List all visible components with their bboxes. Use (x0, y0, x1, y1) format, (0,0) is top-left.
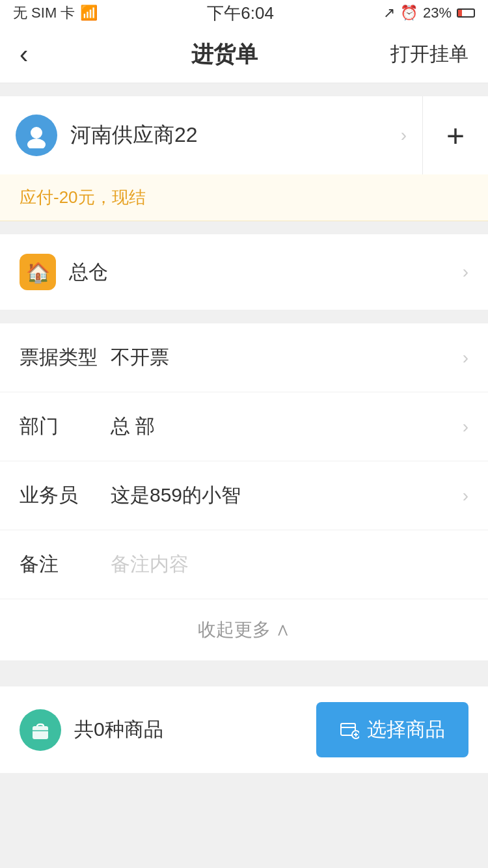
supplier-select-row[interactable]: 河南供应商22 › (0, 96, 423, 174)
remark-row[interactable]: 备注 备注内容 (0, 530, 488, 599)
page-title: 进货单 (191, 40, 258, 70)
supplier-chevron-icon: › (401, 125, 407, 146)
ticket-type-label: 票据类型 (20, 344, 111, 371)
ticket-type-chevron-icon: › (463, 347, 468, 368)
remark-input[interactable]: 备注内容 (111, 551, 468, 578)
status-right: ↗ ⏰ 23% (383, 5, 475, 21)
salesperson-chevron-icon: › (463, 485, 468, 506)
status-time: 下午6:04 (207, 2, 274, 25)
divider-1 (0, 83, 488, 96)
product-bag-icon (29, 718, 52, 742)
wifi-icon: 📶 (80, 5, 98, 21)
location-icon: ↗ (383, 5, 395, 21)
warehouse-icon-wrap: 🏠 (20, 254, 56, 290)
user-avatar-icon (23, 122, 49, 148)
alarm-icon: ⏰ (400, 5, 418, 21)
supplier-add-button[interactable]: + (423, 100, 488, 172)
warehouse-label: 总仓 (69, 259, 463, 286)
open-pending-button[interactable]: 打开挂单 (390, 41, 468, 68)
no-sim-text: 无 SIM 卡 (13, 3, 75, 23)
battery-text: 23% (423, 5, 452, 21)
department-chevron-icon: › (463, 416, 468, 437)
svg-rect-2 (33, 726, 48, 739)
select-product-label: 选择商品 (367, 716, 445, 743)
select-product-icon (340, 720, 359, 740)
collapse-label: 收起更多 ∧ (198, 617, 291, 642)
ticket-type-value: 不开票 (111, 344, 456, 371)
status-left: 无 SIM 卡 📶 (13, 3, 98, 23)
info-banner: 应付-20元，现结 (0, 174, 488, 221)
svg-point-1 (27, 139, 46, 148)
divider-3 (0, 310, 488, 323)
ticket-type-row[interactable]: 票据类型 不开票 › (0, 323, 488, 392)
remark-label: 备注 (20, 551, 111, 578)
supplier-avatar (16, 115, 57, 156)
page-background (0, 773, 488, 868)
bottom-bar: 共0种商品 选择商品 (0, 686, 488, 773)
salesperson-label: 业务员 (20, 482, 111, 509)
department-row[interactable]: 部门 总 部 › (0, 392, 488, 461)
supplier-name: 河南供应商22 (70, 121, 394, 150)
nav-bar: ‹ 进货单 打开挂单 (0, 26, 488, 83)
warehouse-chevron-icon: › (463, 262, 468, 282)
divider-4 (0, 660, 488, 673)
department-value: 总 部 (111, 413, 456, 440)
department-label: 部门 (20, 413, 111, 440)
salesperson-value: 这是859的小智 (111, 482, 456, 509)
product-icon-wrap (20, 709, 61, 751)
status-bar: 无 SIM 卡 📶 下午6:04 ↗ ⏰ 23% (0, 0, 488, 26)
warehouse-row[interactable]: 🏠 总仓 › (0, 234, 488, 310)
collapse-row[interactable]: 收起更多 ∧ (0, 599, 488, 660)
product-count: 共0种商品 (74, 716, 316, 743)
supplier-section: 河南供应商22 › + (0, 96, 488, 174)
divider-2 (0, 221, 488, 234)
battery-icon (457, 8, 475, 18)
warehouse-icon: 🏠 (26, 261, 50, 284)
salesperson-row[interactable]: 业务员 这是859的小智 › (0, 461, 488, 530)
back-button[interactable]: ‹ (20, 40, 59, 69)
svg-point-0 (31, 127, 42, 139)
select-product-button[interactable]: 选择商品 (316, 702, 468, 757)
